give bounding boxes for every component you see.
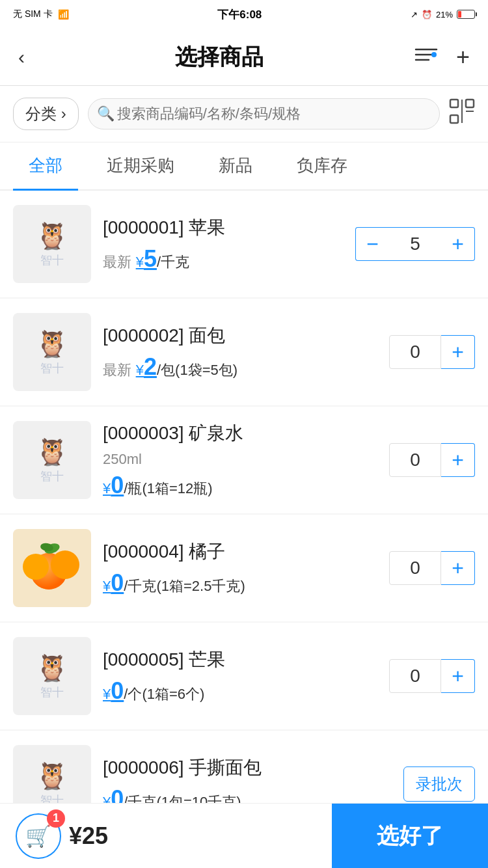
product-thumbnail-2: 🦉 智十 [13, 313, 91, 391]
cart-total: ¥25 [69, 822, 108, 850]
product-info-4: [0000004] 橘子 ¥0/千克(1箱=2.5千克) [103, 539, 377, 597]
status-time: 下午6:08 [217, 7, 262, 22]
list-item: 🦉 智十 [0000005] 芒果 ¥0/个(1箱=6个) + [0, 623, 488, 729]
product-info-1: [0000001] 苹果 最新 ¥5/千克 [103, 215, 344, 273]
location-icon: ↗ [411, 10, 418, 20]
tab-recent[interactable]: 近期采购 [91, 142, 190, 191]
cart-badge: 1 [47, 809, 65, 828]
svg-rect-4 [450, 100, 458, 107]
alarm-icon: ⏰ [422, 10, 432, 20]
quantity-decrease-1[interactable]: − [355, 227, 389, 261]
quantity-control-2: + [389, 335, 475, 369]
quantity-input-3[interactable] [389, 443, 441, 477]
filter-bar: 分类 › 🔍 [0, 86, 488, 142]
quantity-increase-5[interactable]: + [441, 659, 475, 693]
quantity-control-1: − + [355, 227, 475, 261]
product-name-6: [0000006] 手撕面包 [103, 755, 392, 780]
quantity-increase-4[interactable]: + [441, 551, 475, 585]
batch-button-6[interactable]: 录批次 [403, 766, 475, 802]
owl-icon: 🦉 [36, 761, 68, 791]
confirm-button[interactable]: 选好了 [332, 804, 488, 869]
search-input[interactable] [88, 98, 440, 129]
carrier-label: 无 SIM 卡 [13, 8, 53, 20]
tab-all[interactable]: 全部 [13, 142, 78, 191]
list-item: 🦉 智十 [0000001] 苹果 最新 ¥5/千克 − + [0, 191, 488, 297]
status-left: 无 SIM 卡 📶 [13, 8, 69, 20]
product-info-3: [0000003] 矿泉水 250ml ¥0/瓶(1箱=12瓶) [103, 421, 377, 499]
product-price-2: 最新 ¥2/包(1袋=5包) [103, 353, 377, 381]
scan-icon[interactable] [449, 98, 475, 130]
svg-rect-6 [450, 115, 458, 123]
product-info-5: [0000005] 芒果 ¥0/个(1箱=6个) [103, 647, 377, 705]
list-item: [0000004] 橘子 ¥0/千克(1箱=2.5千克) + [0, 515, 488, 621]
nav-bar: ‹ 选择商品 + [0, 29, 488, 86]
status-right: ↗ ⏰ 21% [411, 10, 475, 20]
product-name-5: [0000005] 芒果 [103, 647, 377, 672]
tab-negative[interactable]: 负库存 [281, 142, 363, 191]
product-price-4: ¥0/千克(1箱=2.5千克) [103, 569, 377, 597]
svg-rect-5 [466, 100, 474, 107]
status-bar: 无 SIM 卡 📶 下午6:08 ↗ ⏰ 21% [0, 0, 488, 29]
svg-point-3 [431, 52, 437, 57]
product-thumbnail-1: 🦉 智十 [13, 205, 91, 283]
cart-section: 🛒 1 ¥25 [0, 813, 332, 859]
quantity-increase-3[interactable]: + [441, 443, 475, 477]
product-price-5: ¥0/个(1箱=6个) [103, 677, 377, 705]
product-name-4: [0000004] 橘子 [103, 539, 377, 564]
quantity-control-4: + [389, 551, 475, 585]
quantity-input-2[interactable] [389, 335, 441, 369]
bottom-bar: 🛒 1 ¥25 选好了 [0, 803, 488, 868]
product-info-2: [0000002] 面包 最新 ¥2/包(1袋=5包) [103, 323, 377, 381]
battery-icon [457, 10, 475, 19]
product-price-1: 最新 ¥5/千克 [103, 245, 344, 273]
page-title: 选择商品 [175, 42, 264, 72]
quantity-increase-1[interactable]: + [441, 227, 475, 261]
product-thumbnail-4 [13, 529, 91, 607]
quantity-input-4[interactable] [389, 551, 441, 585]
cart-button[interactable]: 🛒 1 [16, 813, 61, 859]
cart-icon: 🛒 [25, 824, 51, 848]
product-list: 🦉 智十 [0000001] 苹果 最新 ¥5/千克 − + 🦉 智十 [000… [0, 191, 488, 868]
svg-point-13 [23, 554, 49, 580]
svg-point-12 [51, 550, 79, 579]
list-item: 🦉 智十 [0000002] 面包 最新 ¥2/包(1袋=5包) + [0, 299, 488, 405]
list-item: 🦉 智十 [0000003] 矿泉水 250ml ¥0/瓶(1箱=12瓶) + [0, 407, 488, 513]
add-button[interactable]: + [456, 44, 470, 71]
quantity-increase-2[interactable]: + [441, 335, 475, 369]
owl-icon: 🦉 [36, 437, 68, 467]
product-thumbnail-5: 🦉 智十 [13, 637, 91, 715]
filter-icon[interactable] [414, 44, 438, 70]
category-button[interactable]: 分类 › [13, 98, 79, 130]
product-price-3: ¥0/瓶(1箱=12瓶) [103, 472, 377, 499]
tab-new[interactable]: 新品 [203, 142, 268, 191]
tab-bar: 全部 近期采购 新品 负库存 [0, 142, 488, 191]
owl-icon: 🦉 [36, 653, 68, 683]
product-name-1: [0000001] 苹果 [103, 215, 344, 240]
wifi-icon: 📶 [58, 9, 69, 20]
product-name-2: [0000002] 面包 [103, 323, 377, 348]
product-thumbnail-3: 🦉 智十 [13, 421, 91, 499]
quantity-control-5: + [389, 659, 475, 693]
product-name-3: [0000003] 矿泉水 [103, 421, 377, 446]
quantity-input-1[interactable] [389, 227, 441, 261]
battery-percent: 21% [436, 10, 453, 20]
back-button[interactable]: ‹ [18, 46, 25, 68]
search-icon: 🔍 [97, 105, 115, 122]
product-spec-3: 250ml [103, 451, 377, 468]
owl-icon: 🦉 [36, 329, 68, 359]
quantity-input-5[interactable] [389, 659, 441, 693]
nav-icons: + [414, 44, 470, 71]
owl-icon: 🦉 [36, 221, 68, 251]
search-wrapper: 🔍 [88, 98, 440, 129]
quantity-control-3: + [389, 443, 475, 477]
